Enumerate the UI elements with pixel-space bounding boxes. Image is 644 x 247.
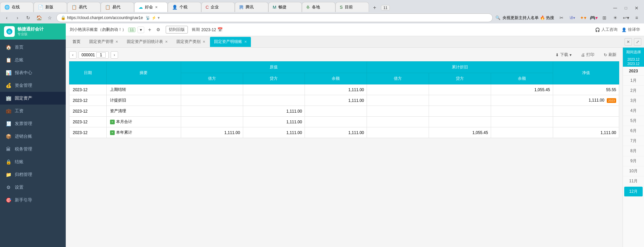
home-button[interactable]: 🏠 <box>35 14 43 22</box>
main-content: 刘小艳演示账套（勿删勿动！） 11 ▾ + ⚙ 切到旧版 账期 2023-12 … <box>66 23 644 247</box>
add-account-button[interactable]: + <box>146 26 153 33</box>
row1-orig-credit <box>243 84 305 95</box>
settings-small-button[interactable]: ⚙ <box>155 26 162 33</box>
tab-label-gedi: 各地 <box>312 4 320 10</box>
close-window-button[interactable]: ✕ <box>632 4 641 12</box>
sidebar-item-fixed-assets[interactable]: 🏢 固定资产 <box>0 92 66 105</box>
browser-tab-mubiao[interactable]: S 目前 <box>335 2 369 12</box>
browser-tab-qiye[interactable]: C 企业 <box>201 2 235 12</box>
period-month-7[interactable]: 7月 <box>623 136 644 146</box>
print-button[interactable]: 🖨 打印 <box>578 51 597 59</box>
new-tab-button[interactable]: + <box>370 3 379 12</box>
menu-icon[interactable]: ≡ <box>632 13 641 22</box>
period-month-12[interactable]: 12月 <box>624 187 643 197</box>
sidebar-item-settings[interactable]: ⚙ 设置 <box>0 181 66 194</box>
sidebar-item-archive[interactable]: 📁 归档管理 <box>0 168 66 181</box>
sidebar-item-fund[interactable]: 💰 资金管理 <box>0 79 66 92</box>
tab-label-qiye: 企业 <box>211 4 219 10</box>
sidebar-item-home[interactable]: 🏠 首页 <box>0 41 66 54</box>
translate-icon[interactable]: 译▾ <box>568 13 577 22</box>
sidebar-item-tax[interactable]: 🏛 税务管理 <box>0 143 66 156</box>
switch-version-button[interactable]: 切到旧版 <box>166 26 188 34</box>
bookmark-button[interactable]: ☆ <box>46 14 54 22</box>
refresh-button[interactable]: ↻ 刷新 <box>601 51 619 59</box>
sidebar-item-invoice[interactable]: 🧾 发票管理 <box>0 117 66 130</box>
brightness-icon[interactable]: ☀ <box>610 13 620 22</box>
tab-favicon-yidai1: 📋 <box>71 5 77 10</box>
dropdown-icon[interactable]: ▾ <box>158 15 160 20</box>
tab-asset-category-close[interactable]: ✕ <box>203 40 205 44</box>
sidebar-item-general-ledger[interactable]: 📋 总账 <box>0 54 66 66</box>
support-button[interactable]: 🎧 人工咨询 <box>595 27 618 33</box>
period-month-3[interactable]: 3月 <box>623 96 644 106</box>
period-month-4[interactable]: 4月 <box>623 106 644 116</box>
browser-tab-tencent[interactable]: 腾 腾讯 <box>235 2 268 12</box>
sidebar-item-archive-label: 归档管理 <box>15 172 32 178</box>
scissors-icon[interactable]: ✂ <box>557 13 566 22</box>
tab-asset-detail[interactable]: 固定资产明细账 ✕ <box>210 37 251 47</box>
refresh-label: 刷新 <box>608 52 616 58</box>
tab-home[interactable]: 首页 <box>68 37 85 47</box>
sidebar-item-salary[interactable]: 💼 工资 <box>0 105 66 117</box>
collapse-tab-button[interactable]: ✕ <box>625 38 632 46</box>
tab-depreciation-stats-label: 固定资产折旧统计表 <box>127 39 163 45</box>
user-button[interactable]: 👤 徐译华 <box>622 27 640 33</box>
next-page-button[interactable]: › <box>111 51 118 59</box>
browser-tab-geshui[interactable]: 👤 个税 <box>168 2 201 12</box>
browser-tab-haohui[interactable]: ☁ 好会 ✕ <box>134 2 168 12</box>
browser-tab-yidai2[interactable]: 📋 易代 <box>101 2 134 12</box>
action-buttons: ⬇ 下载 ▾ 🖨 打印 ↻ 刷新 <box>553 51 619 59</box>
sidebar-item-purchase-sale[interactable]: 📦 进销台账 <box>0 130 66 143</box>
expand-tab-button[interactable]: ⤢ <box>634 38 641 46</box>
minimize-button[interactable]: ─ <box>610 4 620 12</box>
svg-text:会: 会 <box>8 30 11 34</box>
sidebar-item-guide[interactable]: 🎯 新手引导 <box>0 194 66 206</box>
tab-asset-detail-label: 固定资产明细账 <box>214 39 242 45</box>
period-month-10[interactable]: 10月 <box>623 166 644 176</box>
period-month-1[interactable]: 1月 <box>623 76 644 86</box>
year-badge: 2023 <box>607 98 616 103</box>
tab-asset-category[interactable]: 固定资产类别 ✕ <box>172 37 209 47</box>
period-month-11[interactable]: 11月 <box>623 176 644 186</box>
toolbar-right: 🎧 人工咨询 👤 徐译华 <box>595 27 640 33</box>
tab-close-icon[interactable]: ✕ <box>155 5 158 9</box>
refresh-icon: ↻ <box>604 53 607 57</box>
address-input[interactable]: 🔒 https://cloud.chanjet.com/accounting/u… <box>56 13 493 22</box>
forward-button[interactable]: › <box>13 14 21 22</box>
back-button[interactable]: ‹ <box>3 14 11 22</box>
prev-page-button[interactable]: ‹ <box>69 51 76 59</box>
period-month-2[interactable]: 2月 <box>623 86 644 96</box>
tab-fixed-mgmt[interactable]: 固定资产管理 ✕ <box>85 37 122 47</box>
th-date: 日期 <box>69 62 107 84</box>
page-number-input[interactable] <box>96 52 106 58</box>
reload-button[interactable]: ↻ <box>24 14 32 22</box>
period-month-5[interactable]: 5月 <box>623 116 644 126</box>
row1-summary: 上期结转 <box>106 84 181 95</box>
browser-tab-changjie[interactable]: M 畅捷 <box>268 2 302 12</box>
period-month-6[interactable]: 6月 <box>623 126 644 136</box>
sidebar-item-close-period[interactable]: 🔒 结账 <box>0 156 66 168</box>
maximize-button[interactable]: □ <box>621 4 631 12</box>
browser-tab-online[interactable]: 🌐 在线 <box>0 2 34 12</box>
browser-tab-gedi[interactable]: 各 各地 <box>302 2 335 12</box>
tab-asset-detail-close[interactable]: ✕ <box>244 40 247 44</box>
grid-icon[interactable]: ⊞ <box>600 13 609 22</box>
sidebar-item-reports[interactable]: 📊 报表中心 <box>0 66 66 79</box>
app-container: 会 畅捷通好会计 专业版 🏠 首页 📋 总账 📊 报表中心 💰 资金管理 <box>0 23 644 247</box>
tab-depreciation-stats-close[interactable]: ✕ <box>165 40 168 44</box>
tab-depreciation-stats[interactable]: 固定资产折旧统计表 ✕ <box>123 37 172 47</box>
undo-icon[interactable]: ↩▾ <box>621 13 631 22</box>
download-button[interactable]: ⬇ 下载 ▾ <box>553 51 574 59</box>
calendar-icon[interactable]: 📅 <box>217 27 223 32</box>
row2-dep-credit <box>429 95 491 106</box>
period-month-8[interactable]: 8月 <box>623 146 644 156</box>
star-ext-icon[interactable]: ✦▾ <box>578 13 588 22</box>
period-month-9[interactable]: 9月 <box>623 156 644 166</box>
row1-date: 2023-12 <box>69 84 107 95</box>
row5-net-value: 1,111.00 <box>553 127 619 138</box>
account-dropdown[interactable]: ▾ <box>138 26 144 33</box>
game-icon[interactable]: 🎮▾ <box>589 13 598 22</box>
browser-tab-new[interactable]: 📄 新版 <box>34 2 67 12</box>
browser-tab-yidai1[interactable]: 📋 易代 <box>67 2 101 12</box>
tab-fixed-mgmt-close[interactable]: ✕ <box>115 40 118 44</box>
